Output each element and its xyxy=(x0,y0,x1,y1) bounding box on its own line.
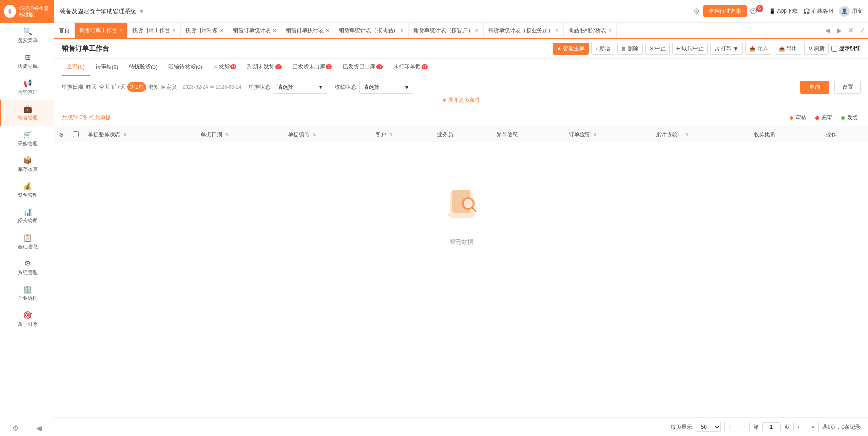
tab-cash-daily[interactable]: 钱货日清工作台 ✕ xyxy=(128,23,181,38)
more-btn[interactable]: 更多 xyxy=(148,83,159,91)
filter-tab-expired[interactable]: 到期未发货 0 xyxy=(242,59,287,76)
show-detail-input[interactable] xyxy=(831,46,837,52)
next-page-btn[interactable]: › xyxy=(793,422,804,432)
refresh-btn[interactable]: ↻ 刷新 xyxy=(804,43,829,55)
import-btn[interactable]: 📥 导入 xyxy=(745,43,772,55)
filter-tab-shipped-not-out[interactable]: 已发货未出库 0 xyxy=(287,59,338,76)
avatar: 👤 xyxy=(839,6,850,17)
tab-sales-stats-staff[interactable]: 销货单统计表（按业务员） ✕ xyxy=(484,23,564,38)
tab-close-icon[interactable]: ✕ xyxy=(555,28,559,33)
main-content: 装备及固定资产辅助管理系统 ▼ ⚙ 体验行业方案 💬 6 📱 App下载 🎧 在… xyxy=(54,0,868,436)
cancel-stop-icon: ↩ xyxy=(676,46,681,52)
cancel-stop-btn[interactable]: ↩ 取消中止 xyxy=(672,43,708,55)
1month-btn[interactable]: 近1月 xyxy=(127,82,147,92)
tab-close-icon[interactable]: ✕ xyxy=(608,28,612,33)
ship-action-btn[interactable]: 发货 xyxy=(839,113,861,123)
page-input[interactable] xyxy=(762,422,781,431)
print-btn[interactable]: 🖨 打印 ▼ xyxy=(710,43,743,55)
col-customer[interactable]: 客户 ⇅ xyxy=(371,127,433,142)
tab-close-icon[interactable]: ✕ xyxy=(220,28,223,33)
sort-icon: ⇅ xyxy=(389,132,393,137)
refresh-icon: ↻ xyxy=(808,46,812,52)
col-abnormal: 异常信息 xyxy=(492,127,564,142)
tab-close-icon[interactable]: ✕ xyxy=(119,28,123,33)
export-btn[interactable]: 📤 导出 xyxy=(775,43,801,55)
stop-icon: ⊘ xyxy=(649,46,653,52)
filter-tab-shipped-out[interactable]: 已发货已出库 0 xyxy=(337,59,388,76)
tab-sales-order-stats[interactable]: 销售订单统计表 ✕ xyxy=(228,23,281,38)
yesterday-btn[interactable]: 昨天 xyxy=(86,83,97,91)
tab-prev-btn[interactable]: ◀ xyxy=(823,23,833,38)
add-btn[interactable]: + 新增 xyxy=(591,43,614,55)
tab-sales-stats-customer[interactable]: 销货单统计表（按客户） ✕ xyxy=(409,23,484,38)
prev-page-btn[interactable]: ‹ xyxy=(739,422,750,432)
sidebar-item-system[interactable]: ⚙ 系统管理 xyxy=(0,255,54,280)
tab-close-icon[interactable]: ✕ xyxy=(400,28,404,33)
tab-close-icon[interactable]: ✕ xyxy=(172,28,176,33)
col-date[interactable]: 单据日期 ⇅ xyxy=(196,127,283,142)
expand-btn[interactable]: ▼ 展开更多条件 xyxy=(442,96,481,104)
col-number[interactable]: 单据编号 ⇅ xyxy=(283,127,371,142)
tab-close-icon[interactable]: ✕ xyxy=(273,28,276,33)
app-download-btn[interactable]: 📱 App下载 xyxy=(769,7,798,15)
col-amount[interactable]: 订单金额 ⇅ xyxy=(564,127,652,142)
sidebar-item-operations[interactable]: 📊 经营管理 xyxy=(0,203,54,229)
gear-button[interactable]: ⚙ xyxy=(693,7,700,15)
sidebar-item-guide[interactable]: 🎯 新手引导 xyxy=(0,306,54,332)
online-service-btn[interactable]: 🎧 在线客服 xyxy=(803,7,834,15)
select-all-checkbox[interactable] xyxy=(73,131,79,137)
filter-tab-pending-review[interactable]: 待审核 (0) xyxy=(90,59,124,76)
message-btn[interactable]: 💬 6 xyxy=(750,8,763,15)
filter-tab-not-shipped[interactable]: 未发货 0 xyxy=(208,59,242,76)
logo-icon: 6 xyxy=(4,5,16,18)
query-btn[interactable]: 查询 xyxy=(800,81,829,94)
tab-close-icon[interactable]: ✕ xyxy=(475,28,479,33)
sidebar-item-marketing[interactable]: 📢 营销推广 xyxy=(0,74,54,100)
sidebar-item-inventory[interactable]: 📦 库存核算 xyxy=(0,152,54,177)
tab-next-btn[interactable]: ▶ xyxy=(834,23,844,38)
filter-tab-not-printed[interactable]: 未打印单据 0 xyxy=(388,59,433,76)
tab-close-all-btn[interactable]: ✕ xyxy=(845,23,856,38)
today-btn[interactable]: 今天 xyxy=(99,83,110,91)
sidebar-item-basic[interactable]: 📋 基础信息 xyxy=(0,229,54,255)
sidebar-item-purchase[interactable]: 🛒 采购管理 xyxy=(0,126,54,152)
smart-gen-btn[interactable]: ★ 智能生单 xyxy=(553,43,589,55)
col-status: 单据整体状态 ⇅ xyxy=(83,127,196,142)
7days-btn[interactable]: 近7天 xyxy=(111,83,125,91)
first-page-btn[interactable]: « xyxy=(724,422,735,432)
filter-tab-all[interactable]: 全部 (0) xyxy=(62,59,90,76)
sidebar-item-search[interactable]: 🔍 搜索菜单 xyxy=(0,23,54,48)
show-detail-checkbox[interactable]: 显示明细 xyxy=(831,45,861,52)
tab-maximize-btn[interactable]: ⤢ xyxy=(857,23,868,38)
tab-close-icon[interactable]: ✕ xyxy=(326,28,329,33)
sidebar-item-finance[interactable]: 💰 资金管理 xyxy=(0,177,54,203)
review-action-btn[interactable]: 审核 xyxy=(787,113,809,123)
tab-product-margin[interactable]: 商品毛利分析表 ✕ xyxy=(564,23,617,38)
column-settings-icon[interactable]: ⚙ xyxy=(59,132,64,138)
status-select[interactable]: 请选择 ▼ xyxy=(273,81,327,94)
last-page-btn[interactable]: » xyxy=(808,422,819,432)
col-staff[interactable]: 业务员 xyxy=(432,127,492,142)
col-collected[interactable]: 累计收款... ⇅ xyxy=(651,127,749,142)
collapse-btn[interactable]: ◀ xyxy=(36,424,42,432)
set-btn[interactable]: 设置 xyxy=(834,81,861,94)
settings-bottom-btn[interactable]: ⚙ xyxy=(12,424,19,432)
per-page-select[interactable]: 50 100 200 xyxy=(696,422,721,432)
tab-sales-order-exec[interactable]: 销售订单执行表 ✕ xyxy=(281,23,334,38)
tab-sales-workbench[interactable]: 销售订单工作台 ✕ xyxy=(75,23,128,38)
industry-btn[interactable]: 体验行业方案 xyxy=(703,5,747,17)
delete-btn[interactable]: 🗑 删除 xyxy=(617,43,643,55)
tab-cash-reconcile[interactable]: 钱货日清对账 ✕ xyxy=(181,23,228,38)
filter-tab-wangpu[interactable]: 旺铺待发货 (0) xyxy=(163,59,208,76)
stop-btn[interactable]: ⊘ 中止 xyxy=(645,43,670,55)
user-btn[interactable]: 👤 用友 xyxy=(839,6,863,17)
filter-tab-pending-inspect[interactable]: 待拣验货 (0) xyxy=(124,59,163,76)
sidebar-item-sales[interactable]: 💼 销售管理 xyxy=(0,100,54,126)
tab-sales-stats-product[interactable]: 销货单统计表（按商品） ✕ xyxy=(334,23,409,38)
tab-home[interactable]: 首页 xyxy=(54,23,75,38)
payment-select[interactable]: 请选择 ▼ xyxy=(359,81,413,94)
custom-btn[interactable]: 自定义 xyxy=(161,83,177,91)
sidebar-item-nav[interactable]: ⊞ 快捷导航 xyxy=(0,48,54,74)
sidebar-item-enterprise[interactable]: 🏢 企业协同 xyxy=(0,280,54,306)
unreviewed-action-btn[interactable]: 充审 xyxy=(813,113,835,123)
